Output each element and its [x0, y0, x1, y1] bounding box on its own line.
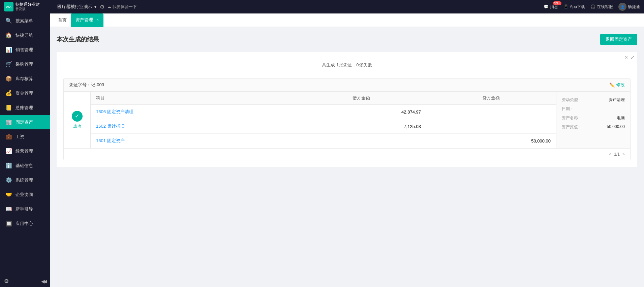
page-title-row: 本次生成的结果 返回固定资产 — [57, 34, 637, 45]
apps-icon: 🔲 — [5, 220, 12, 227]
return-button[interactable]: 返回固定资产 — [600, 34, 637, 45]
asset-value-label: 资产原值： — [562, 124, 582, 130]
voucher-number: 凭证字号：记-003 — [69, 82, 104, 88]
detail-date: 日期： — [562, 106, 625, 112]
sidebar-settings-icon[interactable]: ⚙ — [4, 278, 9, 284]
app-download-button[interactable]: 📱 App下载 — [563, 4, 585, 10]
guide-icon: 📖 — [5, 206, 12, 212]
sidebar-collapse-icon[interactable]: ◀◀ — [41, 279, 46, 284]
edit-button[interactable]: ✏️ 修改 — [609, 82, 625, 88]
sidebar-label-apps: 应用中心 — [16, 221, 33, 227]
ledger-icon: 📒 — [5, 104, 12, 111]
expand-icon[interactable]: ⤢ — [631, 55, 635, 61]
pagination-prev[interactable]: < — [609, 152, 611, 157]
message-badge: 99+ — [553, 1, 561, 5]
user-profile[interactable]: 👤 畅捷通 — [618, 3, 640, 11]
panel-controls: × ⤢ — [625, 55, 635, 61]
app-name: 畅捷通好业财 — [16, 2, 40, 7]
app-version: 普及版 — [16, 7, 40, 11]
sidebar-label-basic-info: 基础信息 — [16, 163, 33, 169]
cloud-icon: ☁ — [107, 4, 111, 9]
tab-close-icon[interactable]: × — [96, 18, 99, 22]
voucher-detail-panel: 变动类型： 资产清理 日期： 资产名称： 电脑 — [556, 92, 630, 148]
sidebar-item-ledger[interactable]: 📒 总账管理 — [0, 100, 50, 115]
sidebar-label-sales: 销售管理 — [16, 47, 33, 53]
company-selector[interactable]: 医疗器械行业演示 ▼ — [57, 4, 97, 10]
sidebar-item-purchase[interactable]: 🛒 采购管理 — [0, 57, 50, 71]
detail-asset-value: 资产原值： 50,000.00 — [562, 124, 625, 130]
settings-icon[interactable]: ⚙ — [100, 4, 104, 10]
purchase-icon: 🛒 — [5, 61, 12, 67]
fixed-assets-icon: 🏢 — [5, 119, 12, 125]
avatar: 👤 — [618, 3, 626, 11]
sidebar-label-operations: 经营管理 — [16, 148, 33, 154]
operations-icon: 📈 — [5, 148, 12, 154]
sidebar-label-fixed-assets: 固定资产 — [16, 119, 33, 125]
debit-3 — [297, 134, 426, 148]
sidebar-label-guide: 新手引导 — [16, 206, 33, 212]
tab-home[interactable]: 首页 — [55, 17, 69, 23]
enterprise-icon: 🤝 — [5, 191, 12, 198]
debit-2: 7,125.03 — [297, 119, 426, 134]
sidebar-label-finance: 资金管理 — [16, 90, 33, 96]
asset-name-label: 资产名称： — [562, 115, 582, 121]
success-indicator: ✓ 成功 — [64, 92, 91, 148]
finance-icon: 💰 — [5, 90, 12, 96]
sidebar-item-operations[interactable]: 📈 经营管理 — [0, 144, 50, 158]
detail-change-type: 变动类型： 资产清理 — [562, 97, 625, 103]
sidebar-item-system[interactable]: ⚙️ 系统管理 — [0, 173, 50, 187]
sidebar-item-sales[interactable]: 📊 销售管理 — [0, 42, 50, 57]
sidebar-item-search[interactable]: 🔍 搜索菜单 — [0, 13, 50, 28]
sidebar-label-search: 搜索菜单 — [16, 18, 33, 24]
voucher-section: 凭证字号：记-003 ✏️ 修改 ✓ 成功 — [63, 78, 631, 160]
sidebar-item-fixed-assets[interactable]: 🏢 固定资产 — [0, 115, 50, 129]
inventory-icon: 📦 — [5, 75, 12, 82]
page-content: 本次生成的结果 返回固定资产 × ⤢ 共生成 1张凭证，0张失败 凭证字号：记-… — [50, 27, 644, 287]
company-name: 医疗器械行业演示 — [57, 4, 92, 10]
sidebar-item-quick-nav[interactable]: 🏠 快捷导航 — [0, 28, 50, 42]
tabs-bar: 首页 资产管理 × — [50, 13, 644, 27]
detail-asset-name: 资产名称： 电脑 — [562, 115, 625, 121]
account-link-2[interactable]: 1602 累计折旧 — [96, 124, 125, 129]
trial-btn[interactable]: ☁ 我要体验一下 — [107, 4, 137, 10]
sidebar-label-payroll: 工资 — [16, 134, 24, 140]
tab-label-asset-management: 资产管理 — [75, 17, 93, 23]
pagination-next[interactable]: > — [622, 152, 625, 157]
change-type-value: 资产清理 — [609, 97, 625, 103]
tab-asset-management[interactable]: 资产管理 × — [71, 13, 103, 27]
sidebar-item-finance[interactable]: 💰 资金管理 — [0, 86, 50, 100]
edit-icon: ✏️ — [609, 83, 615, 88]
account-link-3[interactable]: 1601 固定资产 — [96, 138, 125, 143]
table-row: 1601 固定资产 50,000.00 — [91, 134, 556, 148]
sidebar-item-payroll[interactable]: 💼 工资 — [0, 129, 50, 144]
service-icon: 🎧 — [590, 4, 595, 9]
sidebar-scroll: 🔍 搜索菜单 🏠 快捷导航 📊 销售管理 🛒 采购管理 📦 库存核算 💰 — [0, 13, 50, 275]
voucher-table-container: 科目 借方金额 贷方金额 1606 固定资产清理 42,874.97 — [91, 92, 556, 148]
debit-1: 42,874.97 — [297, 105, 426, 119]
page-title: 本次生成的结果 — [57, 35, 99, 43]
sidebar-item-apps[interactable]: 🔲 应用中心 — [0, 216, 50, 231]
col-account: 科目 — [91, 92, 297, 105]
online-service-button[interactable]: 🎧 在线客服 — [590, 4, 613, 10]
logo-icon: AtA — [4, 2, 13, 11]
message-button[interactable]: 💬 消息 99+ — [544, 4, 558, 10]
date-label: 日期： — [562, 106, 574, 112]
info-icon: ℹ️ — [5, 162, 12, 169]
close-icon[interactable]: × — [625, 55, 628, 61]
pagination: < 1/1 > — [64, 148, 630, 160]
sidebar-label-quick-nav: 快捷导航 — [16, 32, 33, 38]
sidebar-item-enterprise[interactable]: 🤝 企业协同 — [0, 187, 50, 202]
asset-name-value: 电脑 — [617, 115, 625, 121]
sidebar-item-basic-info[interactable]: ℹ️ 基础信息 — [0, 158, 50, 173]
credit-2 — [426, 119, 556, 134]
sidebar-label-inventory: 库存核算 — [16, 76, 33, 82]
change-type-label: 变动类型： — [562, 97, 582, 103]
sidebar-item-inventory[interactable]: 📦 库存核算 — [0, 71, 50, 86]
sales-icon: 📊 — [5, 46, 12, 53]
table-row: 1606 固定资产清理 42,874.97 — [91, 105, 556, 119]
main-layout: 🔍 搜索菜单 🏠 快捷导航 📊 销售管理 🛒 采购管理 📦 库存核算 💰 — [0, 13, 644, 287]
col-credit: 贷方金额 — [426, 92, 556, 105]
sidebar-item-guide[interactable]: 📖 新手引导 — [0, 202, 50, 216]
result-panel: × ⤢ 共生成 1张凭证，0张失败 凭证字号：记-003 ✏️ 修改 — [57, 52, 637, 167]
account-link-1[interactable]: 1606 固定资产清理 — [96, 109, 133, 114]
